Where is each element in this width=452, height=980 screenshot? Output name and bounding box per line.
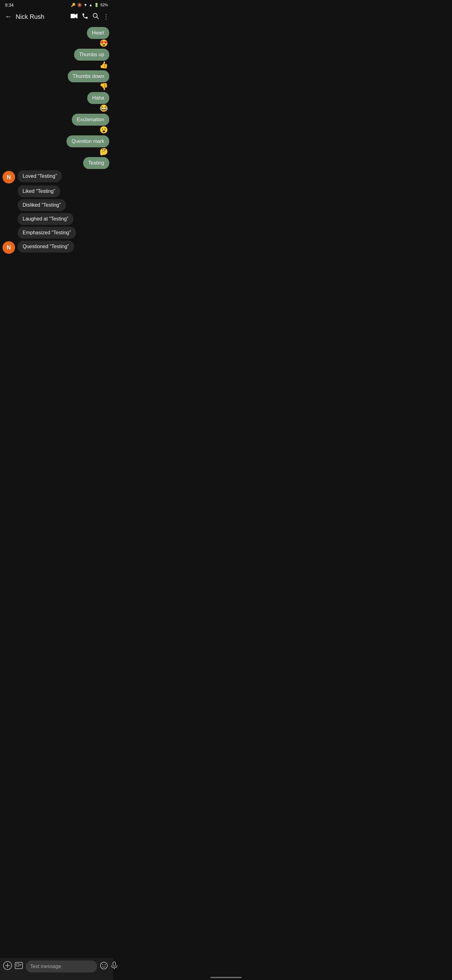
contact-name: Nick Rush [16,13,68,21]
bubble-questioned[interactable]: Questioned “Testing” [17,240,74,253]
message-testing: Testing [3,157,111,169]
more-options-button[interactable]: ⋮ [103,13,109,21]
nav-actions: ⋮ [70,13,109,21]
signal-icon: ▲ [89,3,93,7]
message-disliked: Disliked “Testing” [3,199,111,211]
bubble-disliked[interactable]: Disliked “Testing” [17,199,66,211]
bubble-haha[interactable]: Haha [87,92,109,104]
bubble-laughed[interactable]: Laughed at “Testing” [17,213,73,225]
back-button[interactable]: ← [4,11,13,22]
status-icons: 🔑 🔕 ▼ ▲ 🔋 62% [71,3,108,7]
message-haha: Haha 😂 [3,92,111,113]
message-liked: Liked “Testing” [3,185,111,197]
emoji-thumbsup: 👍 [100,61,108,69]
message-exclamation: Exclamation 😮 [3,114,111,134]
avatar-nick: N [3,171,15,183]
message-laughed: Laughed at “Testing” [3,213,111,225]
bubble-testing[interactable]: Testing [83,157,109,169]
battery-percent: 62% [100,3,108,7]
message-thumbsup: Thumbs up 👍 [3,49,111,69]
status-bar: 9:34 🔑 🔕 ▼ ▲ 🔋 62% [0,0,113,9]
emoji-haha: 😂 [100,104,108,113]
message-loved: N Loved “Testing” [3,170,111,183]
battery-icon: 🔋 [94,3,99,7]
message-emphasized: Emphasized “Testing” [3,227,111,239]
status-time: 9:34 [5,3,14,8]
mute-icon: 🔕 [77,3,82,7]
bubble-exclamation[interactable]: Exclamation [72,114,109,126]
message-questionmark: Question mark 🤔 [3,135,111,156]
svg-rect-0 [71,14,75,18]
message-thumbsdown: Thumbs down 👎 [3,70,111,91]
emoji-thumbsdown: 👎 [100,83,108,91]
search-button[interactable] [92,13,99,21]
video-call-button[interactable] [70,13,78,21]
key-icon: 🔑 [71,3,76,7]
svg-marker-1 [75,14,78,19]
wifi-icon: ▼ [84,3,87,7]
avatar-nick-2: N [3,241,15,254]
nav-bar: ← Nick Rush ⋮ [0,9,113,24]
message-questioned: N Questioned “Testing” [3,240,111,254]
bubble-thumbsdown[interactable]: Thumbs down [68,70,109,82]
bubble-thumbsup[interactable]: Thumbs up [74,49,109,60]
messages-area: Heart 😍 Thumbs up 👍 Thumbs down 👎 Haha 😂… [0,24,113,290]
bubble-heart[interactable]: Heart [87,27,109,39]
emoji-questionmark: 🤔 [100,148,108,156]
bubble-liked[interactable]: Liked “Testing” [17,185,60,197]
bubble-questionmark[interactable]: Question mark [67,135,109,147]
phone-call-button[interactable] [82,13,89,21]
bubble-loved[interactable]: Loved “Testing” [17,170,62,182]
svg-point-2 [93,13,97,17]
message-heart: Heart 😍 [3,27,111,48]
svg-line-3 [97,17,98,19]
emoji-heart: 😍 [100,39,108,48]
emoji-exclamation: 😮 [100,126,108,134]
bubble-emphasized[interactable]: Emphasized “Testing” [17,227,76,239]
